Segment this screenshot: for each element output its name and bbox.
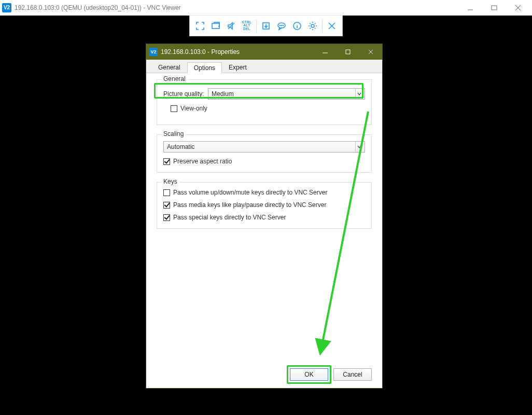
pass-special-label: Pass special keys directly to VNC Server [173, 214, 286, 221]
window-mode-icon[interactable] [208, 19, 223, 33]
group-keys-legend: Keys [161, 178, 179, 185]
vnc-viewer-icon: V2 [2, 3, 11, 12]
pass-special-checkbox[interactable] [163, 214, 170, 221]
close-session-icon[interactable] [325, 19, 339, 33]
group-keys: Keys Pass volume up/down/mute keys direc… [157, 182, 372, 229]
dialog-minimize-button[interactable] [314, 44, 337, 60]
mute-icon[interactable] [224, 19, 239, 33]
pass-media-checkbox[interactable] [163, 202, 170, 209]
pass-media-label: Pass media keys like play/pause directly… [173, 201, 326, 209]
tab-expert[interactable]: Expert [222, 62, 254, 73]
dialog-body: General Picture quality: Medium View-onl… [146, 73, 382, 229]
toolbar-separator [256, 19, 257, 33]
file-transfer-icon[interactable] [259, 19, 273, 33]
svg-rect-4 [212, 23, 219, 29]
tab-options[interactable]: Options [187, 62, 222, 73]
chevron-down-icon [355, 89, 362, 99]
dialog-footer: OK Cancel [290, 368, 372, 381]
outer-window-title: 192.168.0.103:0 (QEMU (udesktop20_04-01)… [15, 4, 181, 11]
toolbar-separator [322, 19, 323, 33]
dialog-titlebar[interactable]: V2 192.168.0.103:0 - Properties [146, 44, 382, 60]
svg-point-11 [283, 25, 284, 25]
maximize-button[interactable] [482, 0, 506, 16]
svg-point-9 [280, 25, 281, 25]
preserve-aspect-checkbox[interactable] [163, 158, 170, 165]
preserve-aspect-label: Preserve aspect ratio [173, 158, 232, 165]
view-only-label: View-only [180, 105, 207, 112]
group-general-legend: General [161, 75, 188, 82]
scaling-combo[interactable]: Automatic [163, 141, 365, 153]
pass-volume-label: Pass volume up/down/mute keys directly t… [173, 189, 327, 196]
dialog-close-button[interactable] [359, 44, 382, 60]
chevron-down-icon [355, 142, 362, 152]
picture-quality-combo[interactable]: Medium [208, 88, 365, 100]
pass-volume-checkbox[interactable] [163, 189, 170, 196]
minimize-button[interactable] [458, 0, 482, 16]
scaling-value: Automatic [167, 143, 194, 150]
cancel-button[interactable]: Cancel [333, 368, 372, 381]
group-scaling: Scaling Automatic Preserve aspect ratio [157, 134, 372, 173]
chat-icon[interactable] [274, 19, 289, 33]
dialog-tabbar: General Options Expert [146, 60, 382, 73]
group-scaling-legend: Scaling [161, 130, 186, 137]
group-general: General Picture quality: Medium View-onl… [157, 79, 372, 125]
view-only-checkbox[interactable] [171, 105, 177, 112]
dialog-title: 192.168.0.103:0 - Properties [161, 48, 240, 56]
vnc-canvas[interactable]: CTRLALTDEL V2 192.168.0.103:0 - Properti… [0, 16, 532, 415]
dialog-maximize-button[interactable] [337, 44, 359, 60]
gear-icon[interactable] [305, 19, 320, 33]
ok-button[interactable]: OK [290, 368, 328, 381]
svg-point-15 [311, 24, 314, 27]
svg-rect-1 [492, 6, 497, 10]
tab-general[interactable]: General [151, 62, 187, 73]
picture-quality-value: Medium [212, 90, 234, 98]
vnc-viewer-icon: V2 [149, 48, 158, 56]
picture-quality-label: Picture quality: [163, 90, 205, 98]
vnc-session-toolbar: CTRLALTDEL [189, 16, 343, 36]
ctrl-alt-del-icon[interactable]: CTRLALTDEL [240, 19, 254, 33]
properties-dialog: V2 192.168.0.103:0 - Properties General … [146, 44, 383, 389]
outer-window-controls [458, 0, 530, 16]
info-icon[interactable] [290, 19, 304, 33]
svg-point-10 [282, 25, 282, 25]
close-button[interactable] [506, 0, 530, 16]
outer-window-titlebar: V2 192.168.0.103:0 (QEMU (udesktop20_04-… [0, 0, 532, 16]
fullscreen-icon[interactable] [193, 19, 207, 33]
svg-rect-19 [346, 50, 350, 54]
